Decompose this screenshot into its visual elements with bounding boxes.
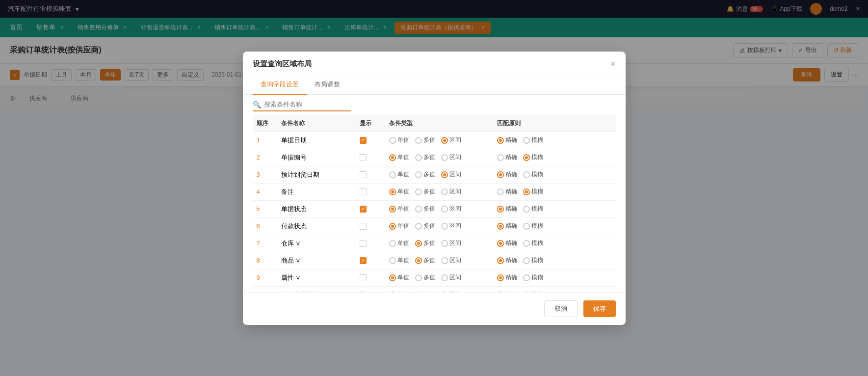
search-icon: 🔍 [253,101,261,108]
dialog-close-btn[interactable]: × [610,59,616,68]
settings-dialog: 设置查询区域布局 × 查询字段设置 布局调整 🔍 顺序 条件名称 显示 条件类型… [243,52,626,111]
dialog-title: 设置查询区域布局 [253,59,312,69]
dialog-tabs: 查询字段设置 布局调整 [243,75,626,95]
dialog-header: 设置查询区域布局 × [243,52,626,75]
tab-query-fields[interactable]: 查询字段设置 [253,75,307,95]
tab-layout[interactable]: 布局调整 [307,75,348,95]
modal-overlay: 设置查询区域布局 × 查询字段设置 布局调整 🔍 顺序 条件名称 显示 条件类型… [0,0,868,111]
search-input[interactable] [264,101,342,108]
dialog-search: 🔍 [243,95,626,111]
search-box: 🔍 [253,101,351,111]
